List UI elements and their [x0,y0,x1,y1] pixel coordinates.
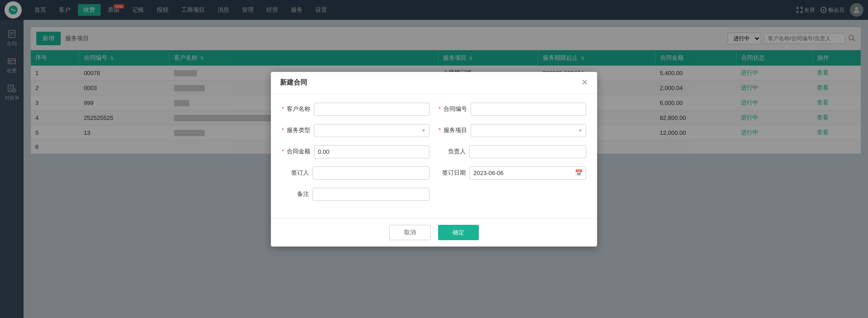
modal-title: 新建合同 [280,78,307,87]
input-contract-no[interactable] [471,103,586,116]
label-contract-no: * 合同编号 [439,105,467,113]
field-responsible: 负责人 [439,145,586,158]
confirm-button[interactable]: 确定 [438,225,479,240]
modal-footer: 取消 确定 [271,218,597,247]
input-sign-date[interactable] [469,166,586,180]
form-row-1: * 客户名称 * 合同编号 [282,103,586,116]
field-customer-name: * 客户名称 [282,103,429,116]
label-service-item: * 服务项目 [439,126,467,134]
form-row-2: * 服务类型 ▼ * 服务项目 ▼ [282,124,586,137]
form-row-4: 签订人 签订日期 📅 [282,166,586,180]
input-remark[interactable] [313,188,429,201]
label-responsible: 负责人 [439,147,466,156]
label-service-type: * 服务类型 [282,126,310,134]
modal-close-button[interactable]: ✕ [581,78,588,86]
input-contract-amount[interactable] [314,145,429,158]
form-row-5: 备注 [282,188,586,201]
field-service-item: * 服务项目 ▼ [439,124,586,137]
label-signer: 签订人 [282,169,309,177]
label-sign-date: 签订日期 [439,169,466,177]
modal-header: 新建合同 ✕ [271,72,597,94]
field-placeholder [439,188,586,201]
form-row-3: * 合同金额 负责人 [282,145,586,158]
cancel-button[interactable]: 取消 [389,225,431,240]
field-service-type: * 服务类型 ▼ [282,124,429,137]
label-contract-amount: * 合同金额 [282,147,310,156]
select-service-type[interactable] [314,124,429,137]
service-type-select-wrap: ▼ [314,124,429,137]
new-contract-modal: 新建合同 ✕ * 客户名称 * 合同编号 [271,72,597,247]
modal-body: * 客户名称 * 合同编号 * 服 [271,94,597,218]
field-contract-no: * 合同编号 [439,103,586,116]
sign-date-wrap: 📅 [469,166,586,180]
field-signer: 签订人 [282,166,429,180]
input-responsible[interactable] [469,145,586,158]
select-service-item[interactable] [471,124,586,137]
input-customer-name[interactable] [314,103,429,116]
modal-overlay[interactable]: 新建合同 ✕ * 客户名称 * 合同编号 [0,0,868,318]
service-item-select-wrap: ▼ [471,124,586,137]
field-contract-amount: * 合同金额 [282,145,429,158]
label-customer-name: * 客户名称 [282,105,310,113]
field-remark: 备注 [282,188,429,201]
input-signer[interactable] [313,166,429,180]
label-remark: 备注 [282,190,309,198]
field-sign-date: 签订日期 📅 [439,166,586,180]
